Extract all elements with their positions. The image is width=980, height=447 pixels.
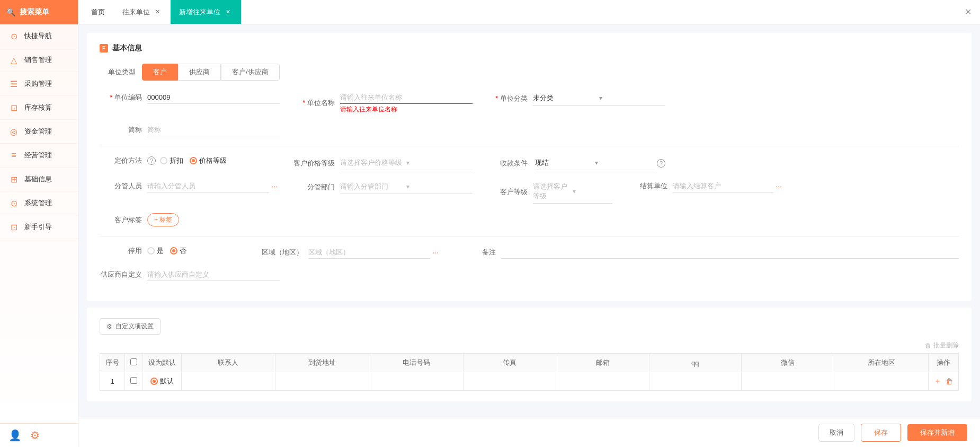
row-address-input[interactable] <box>281 378 364 385</box>
content-area: F 基本信息 单位类型 客户 供应商 客户/供应商 单位编码 单位名称 <box>78 24 980 418</box>
manager-label: 分管人员 <box>100 181 147 191</box>
tab-new-partner-close[interactable]: ✕ <box>224 8 232 16</box>
pricing-help-icon[interactable]: ? <box>147 156 156 165</box>
batch-delete-row[interactable]: 🗑 批量删除 <box>100 341 959 350</box>
customer-level-select[interactable]: 请选择客户等级 ▾ <box>533 180 612 204</box>
unit-category-select[interactable]: 未分类 ▾ <box>533 91 665 106</box>
tab-new-partner[interactable]: 新增往来单位 ✕ <box>171 0 241 24</box>
row-add-button[interactable]: ＋ <box>934 376 941 386</box>
row-select-checkbox[interactable] <box>130 377 137 384</box>
tags-field: 客户标签 + 标签 <box>100 213 959 226</box>
pricing-radio-group: 折扣 价格等级 <box>160 156 227 165</box>
disable-no-option[interactable]: 否 <box>170 246 186 256</box>
settings-icon[interactable]: ⚙ <box>30 429 40 442</box>
settlement-input[interactable] <box>673 180 773 192</box>
customer-price-level-select[interactable]: 请选择客户价格等级 ▾ <box>340 156 473 170</box>
dept-placeholder: 请输入分管部门 <box>340 182 406 191</box>
row-region[interactable] <box>834 372 929 391</box>
col-checkbox[interactable] <box>125 354 143 372</box>
row-contact-input[interactable] <box>187 378 270 385</box>
unit-name-wrap: 请输入往来单位名称 <box>340 91 473 114</box>
dept-label: 分管部门 <box>292 182 340 192</box>
user-icon[interactable]: 👤 <box>8 429 22 442</box>
sidebar-item-purchase[interactable]: ☰ 采购管理 <box>0 72 78 96</box>
table-row: 1 默认 <box>100 372 959 391</box>
gear-icon: ⚙ <box>106 323 112 330</box>
sidebar-item-sales[interactable]: △ 销售管理 <box>0 48 78 72</box>
tag-add-button[interactable]: + 标签 <box>147 213 179 226</box>
row-address[interactable] <box>275 372 369 391</box>
manager-input[interactable] <box>147 180 269 192</box>
unit-name-input[interactable] <box>340 91 473 104</box>
type-btn-customer[interactable]: 客户 <box>142 64 178 81</box>
disable-yes-option[interactable]: 是 <box>147 246 164 256</box>
row-fax[interactable] <box>464 372 556 391</box>
sidebar-item-quick-nav[interactable]: ⊙ 快捷导航 <box>0 24 78 48</box>
sidebar-item-operations[interactable]: ≡ 经营管理 <box>0 144 78 168</box>
pricing-level-option[interactable]: 价格等级 <box>190 156 227 165</box>
chevron-down-icon-payment: ▾ <box>595 159 655 166</box>
action-bar: 取消 保存 保存并新增 <box>78 418 980 447</box>
tab-bar-close-all[interactable]: ✕ <box>960 7 976 17</box>
remark-input[interactable] <box>501 246 959 259</box>
save-new-button[interactable]: 保存并新增 <box>907 424 967 441</box>
sidebar-search[interactable]: 🔍 搜索菜单 <box>0 0 78 24</box>
sidebar-item-inventory[interactable]: ⊡ 库存核算 <box>0 96 78 120</box>
pricing-discount-option[interactable]: 折扣 <box>160 156 183 165</box>
pricing-level-radio[interactable] <box>190 157 197 164</box>
section-title-icon: F <box>100 44 108 52</box>
pricing-label: 定价方法 <box>100 156 147 165</box>
tab-home[interactable]: 首页 <box>83 0 114 24</box>
row-region-input[interactable] <box>840 378 923 385</box>
row-phone-input[interactable] <box>375 378 458 385</box>
sidebar-item-label: 库存核算 <box>24 103 52 112</box>
type-btn-supplier[interactable]: 供应商 <box>178 64 221 81</box>
row-default-radio-item[interactable]: 默认 <box>148 376 176 386</box>
row-fax-input[interactable] <box>469 378 550 385</box>
unit-code-input[interactable] <box>147 91 280 104</box>
row-default-radio[interactable] <box>150 378 158 385</box>
payment-terms-select[interactable]: 现结 ▾ <box>535 156 655 170</box>
row-wechat-input[interactable] <box>747 378 828 385</box>
row-delete-button[interactable]: 🗑 <box>946 377 953 385</box>
manager-more-btn[interactable]: ··· <box>269 182 280 190</box>
row-qq[interactable] <box>649 372 741 391</box>
remark-field: 备注 <box>453 246 959 259</box>
supplier-custom-input[interactable] <box>147 268 280 281</box>
short-name-input[interactable] <box>147 124 280 136</box>
unit-category-field: 单位分类 未分类 ▾ <box>485 91 665 106</box>
row-phone[interactable] <box>369 372 464 391</box>
row-wechat[interactable] <box>741 372 834 391</box>
sidebar-item-finance[interactable]: ◎ 资金管理 <box>0 120 78 144</box>
region-more-btn[interactable]: ··· <box>430 248 441 257</box>
tab-partners-close[interactable]: ✕ <box>153 8 162 16</box>
sidebar-item-guide[interactable]: ⊡ 新手引导 <box>0 215 78 239</box>
row-checkbox[interactable] <box>125 372 143 391</box>
settlement-more-btn[interactable]: ··· <box>773 182 784 190</box>
payment-terms-help-icon[interactable]: ? <box>657 159 665 168</box>
sidebar-item-system[interactable]: ⊙ 系统管理 <box>0 191 78 215</box>
region-input[interactable] <box>308 246 430 259</box>
row-contact[interactable] <box>182 372 275 391</box>
unit-category-value: 未分类 <box>533 93 599 103</box>
sidebar-bottom: 👤 ⚙ <box>0 423 78 447</box>
disable-no-radio[interactable] <box>170 247 177 255</box>
row-email-input[interactable] <box>562 378 643 385</box>
unit-type-row: 单位类型 客户 供应商 客户/供应商 <box>100 64 959 81</box>
row-qq-input[interactable] <box>655 378 736 385</box>
manager-field: 分管人员 ··· <box>100 180 280 192</box>
tab-partners[interactable]: 往来单位 ✕ <box>114 0 171 24</box>
type-btn-both[interactable]: 客户/供应商 <box>221 64 280 81</box>
dept-select[interactable]: 请输入分管部门 ▾ <box>340 180 473 194</box>
sidebar-item-basic[interactable]: ⊞ 基础信息 <box>0 168 78 191</box>
batch-delete-label: 批量删除 <box>933 341 959 350</box>
pricing-discount-radio[interactable] <box>160 157 167 164</box>
save-button[interactable]: 保存 <box>861 424 901 442</box>
main-area: 首页 往来单位 ✕ 新增往来单位 ✕ ✕ F 基本信息 单位类型 客户 供应商 … <box>78 0 980 447</box>
disable-yes-radio[interactable] <box>147 247 155 255</box>
custom-settings-button[interactable]: ⚙ 自定义项设置 <box>100 318 161 335</box>
select-all-checkbox[interactable] <box>130 358 137 365</box>
unit-name-label: 单位名称 <box>292 98 340 108</box>
cancel-button[interactable]: 取消 <box>818 424 854 442</box>
row-email[interactable] <box>556 372 649 391</box>
